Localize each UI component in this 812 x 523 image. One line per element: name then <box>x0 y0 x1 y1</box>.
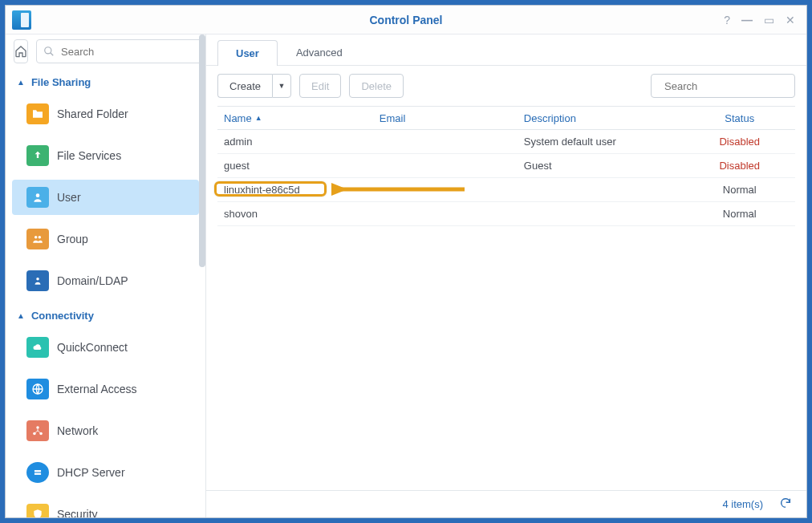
maximize-icon[interactable]: ▭ <box>764 14 774 26</box>
shield-icon <box>26 504 49 517</box>
sidebar-search[interactable] <box>36 39 205 63</box>
toolbar: Create ▼ Edit Delete <box>206 66 806 106</box>
sidebar-item-label: Network <box>57 424 98 437</box>
cell-description: Guest <box>518 160 684 172</box>
sidebar-item-file-services[interactable]: File Services <box>12 138 199 173</box>
col-email[interactable]: Email <box>373 112 518 124</box>
chevron-down-icon: ▼ <box>278 82 286 90</box>
minimize-icon[interactable]: — <box>741 14 753 26</box>
refresh-button[interactable] <box>779 497 792 512</box>
sidebar-item-label: Shared Folder <box>57 107 128 120</box>
svg-rect-10 <box>35 470 41 472</box>
svg-point-7 <box>36 426 39 429</box>
group-icon <box>26 229 49 249</box>
sidebar-item-user[interactable]: User <box>12 180 199 215</box>
svg-point-3 <box>35 236 38 239</box>
sidebar-item-label: Security <box>57 508 98 517</box>
svg-point-4 <box>39 236 42 239</box>
cell-description: System default user <box>518 136 684 148</box>
sidebar-item-label: DHCP Server <box>57 466 125 479</box>
sidebar: ▲ File Sharing Shared Folder File Servic… <box>6 34 206 517</box>
titlebar: Control Panel ? — ▭ ✕ <box>6 6 806 34</box>
svg-line-1 <box>51 53 54 56</box>
delete-button[interactable]: Delete <box>349 74 404 98</box>
sidebar-item-group[interactable]: Group <box>12 221 199 257</box>
sidebar-item-dhcp-server[interactable]: DHCP Server <box>12 455 199 490</box>
cell-status: Disabled <box>684 136 795 148</box>
sidebar-item-quickconnect[interactable]: QuickConnect <box>12 330 199 365</box>
svg-rect-11 <box>35 473 41 475</box>
help-icon[interactable]: ? <box>724 14 730 26</box>
folder-icon <box>26 103 49 124</box>
cell-status: Disabled <box>684 160 795 172</box>
sidebar-item-label: External Access <box>57 383 137 395</box>
control-panel-window: Control Panel ? — ▭ ✕ ▲ File Sharing <box>5 5 807 518</box>
tab-advanced[interactable]: Advanced <box>278 39 361 65</box>
app-icon <box>12 10 31 30</box>
search-icon <box>43 46 55 57</box>
sidebar-item-external-access[interactable]: External Access <box>12 371 199 407</box>
cell-name: shovon <box>217 208 373 220</box>
file-arrow-icon <box>26 145 49 166</box>
edit-button[interactable]: Edit <box>299 74 341 98</box>
sidebar-item-label: User <box>57 191 81 204</box>
cell-status: Normal <box>684 184 795 196</box>
sidebar-search-input[interactable] <box>59 45 197 59</box>
table-row[interactable]: adminSystem default userDisabled <box>217 130 795 154</box>
cloud-icon <box>26 337 49 358</box>
cell-name: admin <box>217 136 373 148</box>
table-row[interactable]: shovonNormal <box>217 202 795 226</box>
home-button[interactable] <box>14 39 28 63</box>
chevron-up-icon: ▲ <box>17 311 25 320</box>
sidebar-item-network[interactable]: Network <box>12 413 199 448</box>
chevron-up-icon: ▲ <box>17 78 25 87</box>
sidebar-item-label: Group <box>57 233 88 245</box>
cell-status: Normal <box>684 208 795 220</box>
cell-name: guest <box>217 160 373 172</box>
user-icon <box>26 187 49 208</box>
svg-point-5 <box>36 278 39 281</box>
ldap-icon <box>26 270 49 291</box>
network-icon <box>26 420 49 441</box>
dhcp-icon <box>26 462 49 483</box>
window-controls: ? — ▭ ✕ <box>724 14 806 26</box>
table-search-input[interactable] <box>663 79 801 93</box>
table-row[interactable]: guestGuestDisabled <box>217 154 795 178</box>
svg-point-2 <box>36 193 40 197</box>
col-status[interactable]: Status <box>684 112 795 124</box>
sidebar-item-label: Domain/LDAP <box>57 274 128 287</box>
item-count: 4 item(s) <box>722 498 763 510</box>
globe-icon <box>26 379 49 399</box>
tabs: User Advanced <box>206 34 806 66</box>
sidebar-item-shared-folder[interactable]: Shared Folder <box>12 96 199 132</box>
col-description[interactable]: Description <box>518 112 684 124</box>
window-title: Control Panel <box>369 14 442 26</box>
main-content: User Advanced Create ▼ Edit Delete Name▲ <box>206 34 806 517</box>
sidebar-item-label: QuickConnect <box>57 341 128 354</box>
create-button-group: Create ▼ <box>217 74 291 98</box>
sidebar-section-file-sharing[interactable]: ▲ File Sharing <box>6 68 205 93</box>
sidebar-item-security[interactable]: Security <box>12 497 199 517</box>
cell-name: linuxhint-e86c5d <box>217 184 373 196</box>
close-icon[interactable]: ✕ <box>786 14 795 26</box>
create-button[interactable]: Create <box>217 74 272 98</box>
user-table: Name▲ Email Description Status adminSyst… <box>206 106 806 490</box>
table-header: Name▲ Email Description Status <box>217 106 795 130</box>
sort-asc-icon: ▲ <box>255 114 262 122</box>
create-dropdown-button[interactable]: ▼ <box>272 74 291 98</box>
sidebar-section-connectivity[interactable]: ▲ Connectivity <box>6 302 205 326</box>
svg-point-0 <box>45 47 51 54</box>
tab-user[interactable]: User <box>217 40 278 66</box>
footer: 4 item(s) <box>206 490 806 517</box>
table-row[interactable]: linuxhint-e86c5dNormal <box>217 178 795 202</box>
col-name[interactable]: Name▲ <box>217 112 373 124</box>
window-body: ▲ File Sharing Shared Folder File Servic… <box>6 34 806 517</box>
sidebar-item-label: File Services <box>57 149 121 162</box>
table-search[interactable] <box>651 74 795 98</box>
sidebar-item-domain-ldap[interactable]: Domain/LDAP <box>12 263 199 298</box>
